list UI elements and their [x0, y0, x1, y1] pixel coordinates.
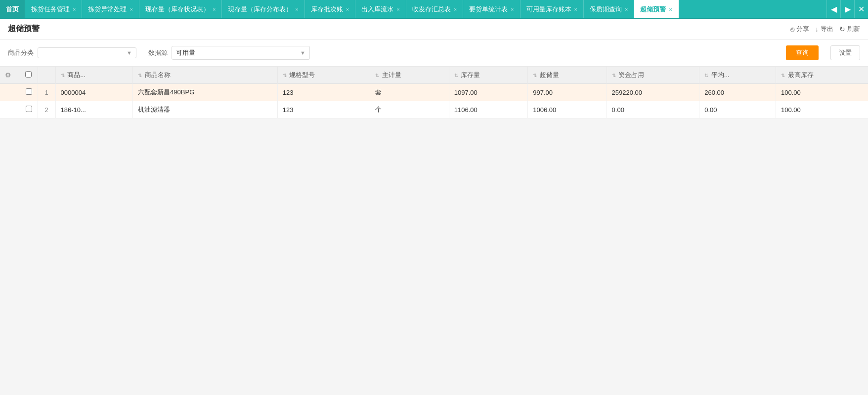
close-available-inventory[interactable]: ×: [574, 6, 577, 12]
header-actions: ⎋ 分享 ↓ 导出 ↻ 刷新: [790, 25, 860, 34]
category-filter-group: 商品分类 ▼: [8, 47, 136, 58]
col-unit[interactable]: ⇅ 主计量: [370, 67, 449, 84]
table-row: 2 186-10... 机油滤清器 123 个 1106.00 1006.00 …: [0, 101, 868, 118]
datasource-select[interactable]: 可用量 ▼: [172, 46, 310, 60]
nav-inout-flow[interactable]: 出入库流水 ×: [355, 0, 406, 18]
row2-overstock-qty: 1006.00: [528, 101, 607, 118]
refresh-button[interactable]: ↻ 刷新: [839, 25, 860, 34]
row1-capital-usage: 259220.00: [607, 84, 699, 101]
table-header: ⚙ ⇅ 商品... ⇅ 商品名称 ⇅: [0, 67, 868, 84]
close-inventory-dist[interactable]: ×: [295, 6, 298, 12]
close-batch-account[interactable]: ×: [346, 6, 349, 12]
row1-max-stock: 100.00: [776, 84, 868, 101]
row1-checkbox[interactable]: [26, 88, 32, 95]
row1-num: 1: [38, 84, 55, 101]
col-capital-usage[interactable]: ⇅ 资金占用: [607, 67, 699, 84]
category-label: 商品分类: [8, 48, 34, 57]
share-icon: ⎋: [790, 25, 794, 33]
datasource-label: 数据源: [148, 48, 168, 57]
top-nav: 首页 拣货任务管理 × 拣货异常处理 × 现存量（库存状况表） × 现存量（库存…: [0, 0, 868, 19]
category-dropdown-icon: ▼: [127, 50, 132, 56]
datasource-dropdown-icon: ▼: [300, 50, 305, 56]
nav-overstock-warning[interactable]: 超储预警 ×: [634, 0, 678, 18]
row2-stock-qty: 1106.00: [449, 101, 527, 118]
close-order-stat[interactable]: ×: [511, 6, 514, 12]
col-row-num: [38, 67, 55, 84]
settings-gear-icon[interactable]: ⚙: [5, 71, 11, 79]
col-spec[interactable]: ⇅ 规格型号: [277, 67, 370, 84]
row1-unit: 套: [370, 84, 449, 101]
row1-spec: 123: [277, 84, 370, 101]
nav-prev-button[interactable]: ◀: [826, 0, 840, 19]
nav-available-inventory[interactable]: 可用量库存账本 ×: [521, 0, 584, 18]
query-button[interactable]: 查询: [786, 45, 819, 60]
col-product-code[interactable]: ⇅ 商品...: [55, 67, 133, 84]
col-max-stock[interactable]: ⇅ 最高库存: [776, 67, 868, 84]
settings-button[interactable]: 设置: [830, 45, 860, 60]
nav-pick-task[interactable]: 拣货任务管理 ×: [25, 0, 82, 18]
nav-close-button[interactable]: ✕: [854, 0, 868, 19]
export-button[interactable]: ↓ 导出: [815, 25, 833, 34]
close-inout-flow[interactable]: ×: [396, 6, 399, 12]
row2-spec: 123: [277, 101, 370, 118]
row1-settings-cell: [0, 84, 20, 101]
col-stock-qty[interactable]: ⇅ 库存量: [449, 67, 527, 84]
row1-overstock-qty: 997.00: [528, 84, 607, 101]
data-table: ⚙ ⇅ 商品... ⇅ 商品名称 ⇅: [0, 67, 868, 118]
row1-stock-qty: 1097.00: [449, 84, 527, 101]
page-title: 超储预警: [8, 24, 40, 34]
row2-capital-usage: 0.00: [607, 101, 699, 118]
col-product-name[interactable]: ⇅ 商品名称: [133, 67, 278, 84]
page-header: 超储预警 ⎋ 分享 ↓ 导出 ↻ 刷新: [0, 19, 868, 40]
nav-next-button[interactable]: ▶: [840, 0, 854, 19]
col-checkbox: [20, 67, 38, 84]
row1-avg: 260.00: [699, 84, 776, 101]
select-all-checkbox[interactable]: [25, 71, 32, 78]
row2-settings-cell: [0, 101, 20, 118]
close-inventory-status[interactable]: ×: [213, 6, 216, 12]
nav-home[interactable]: 首页: [0, 0, 25, 18]
col-avg[interactable]: ⇅ 平均...: [699, 67, 776, 84]
export-icon: ↓: [815, 25, 819, 33]
nav-order-stat[interactable]: 要货单统计表 ×: [463, 0, 520, 18]
nav-inventory-dist[interactable]: 现存量（库存分布表） ×: [222, 0, 304, 18]
row2-product-name: 机油滤清器: [133, 101, 278, 118]
close-recv-send-summary[interactable]: ×: [454, 6, 457, 12]
row2-unit: 个: [370, 101, 449, 118]
refresh-icon: ↻: [839, 25, 845, 33]
close-overstock-warning[interactable]: ×: [669, 6, 672, 12]
table-row: 1 0000004 六配套新昌490BPG 123 套 1097.00 997.…: [0, 84, 868, 101]
col-overstock-qty[interactable]: ⇅ 超储量: [528, 67, 607, 84]
nav-shelf-life[interactable]: 保质期查询 ×: [584, 0, 634, 18]
row1-product-name: 六配套新昌490BPG: [133, 84, 278, 101]
share-button[interactable]: ⎋ 分享: [790, 25, 809, 34]
nav-arrows: ◀ ▶ ✕: [826, 0, 868, 19]
row2-checkbox[interactable]: [26, 106, 32, 112]
row1-product-code: 0000004: [55, 84, 133, 101]
table-body: 1 0000004 六配套新昌490BPG 123 套 1097.00 997.…: [0, 84, 868, 118]
content-area: ⚙ ⇅ 商品... ⇅ 商品名称 ⇅: [0, 67, 868, 118]
nav-batch-account[interactable]: 库存批次账 ×: [305, 0, 355, 18]
row2-checkbox-cell[interactable]: [20, 101, 38, 118]
row2-num: 2: [38, 101, 55, 118]
nav-inventory-status[interactable]: 现存量（库存状况表） ×: [139, 0, 222, 18]
filter-row: 商品分类 ▼ 数据源 可用量 ▼ 查询 设置: [0, 40, 868, 67]
close-pick-task[interactable]: ×: [73, 6, 76, 12]
col-settings[interactable]: ⚙: [0, 67, 20, 84]
row2-max-stock: 100.00: [776, 101, 868, 118]
datasource-filter-group: 数据源 可用量 ▼: [148, 46, 310, 60]
category-select[interactable]: ▼: [38, 47, 136, 58]
nav-pick-exception[interactable]: 拣货异常处理 ×: [82, 0, 139, 18]
close-shelf-life[interactable]: ×: [625, 6, 628, 12]
row1-checkbox-cell[interactable]: [20, 84, 38, 101]
row2-avg: 0.00: [699, 101, 776, 118]
nav-recv-send-summary[interactable]: 收发存汇总表 ×: [406, 0, 463, 18]
close-pick-exception[interactable]: ×: [130, 6, 132, 12]
row2-product-code: 186-10...: [55, 101, 133, 118]
datasource-select-value: 可用量: [176, 48, 296, 57]
table-container: ⚙ ⇅ 商品... ⇅ 商品名称 ⇅: [0, 67, 868, 118]
